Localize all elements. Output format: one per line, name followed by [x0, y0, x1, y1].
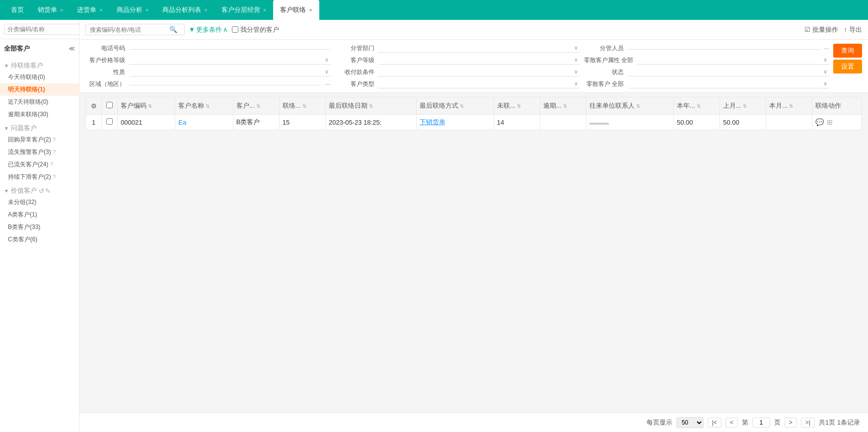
query-button[interactable]: 查询 — [833, 44, 862, 58]
content-area: 🔍 ▼ 更多条件 ∧ 我分管的客户 ☑ 批量操作 ↑ 导出 — [79, 20, 868, 432]
sort-icon-type[interactable]: ⇅ — [256, 103, 260, 109]
sidebar-item-lost[interactable]: 已流失客户(24) ? — [0, 158, 79, 171]
nav-purchase-order[interactable]: 进货单 × — [70, 0, 109, 20]
sidebar-item-declining[interactable]: 持续下滑客户(2) ? — [0, 171, 79, 183]
chevron-down-level: ∨ — [574, 57, 578, 63]
search-icon[interactable]: 🔍 — [169, 26, 177, 33]
per-page-select[interactable]: 50 100 200 — [676, 417, 704, 428]
select-nature[interactable]: ∨ — [129, 68, 331, 76]
refresh-value-icon[interactable]: ↺ — [39, 187, 44, 195]
nav-home[interactable]: 首页 — [4, 0, 31, 20]
filter-col-scatter-attr: 零散客户属性 全部 ∨ — [584, 56, 829, 65]
select-dept[interactable]: ∨ — [378, 44, 580, 53]
nav-close-product-analysis-list[interactable]: × — [204, 7, 207, 13]
sidebar-group-pending: ▼ 待联络客户 — [0, 58, 79, 71]
grid-action-icon[interactable]: ⊞ — [827, 118, 833, 126]
select-status[interactable]: ∨ — [628, 68, 829, 76]
sort-icon-code[interactable]: ⇅ — [148, 103, 152, 109]
nav-product-analysis-list[interactable]: 商品分析列表 × — [155, 0, 214, 20]
sidebar-item-class-b[interactable]: B类客户(33) — [0, 221, 79, 233]
first-page-btn[interactable]: |< — [708, 418, 722, 428]
nav-close-sales-order[interactable]: × — [60, 7, 63, 13]
nav-close-customer-contact[interactable]: × — [309, 7, 312, 13]
edit-value-icon[interactable]: ✎ — [45, 187, 51, 195]
settings-button[interactable]: 设置 — [833, 60, 862, 73]
filter-btn[interactable]: ▼ 更多条件 ∧ — [189, 25, 228, 34]
th-this-year: 本年...⇅ — [674, 97, 720, 115]
last-page-btn[interactable]: >| — [801, 418, 815, 428]
row-checkbox[interactable] — [106, 118, 113, 125]
select-scatter-customer[interactable]: ∨ — [628, 79, 829, 88]
select-payment[interactable]: ∨ — [378, 68, 580, 76]
filter-col-region: 区域（地区） ··· — [85, 80, 331, 88]
sort-icon-overdue[interactable]: ⇅ — [563, 103, 567, 109]
sidebar-item-lost-warning[interactable]: 流失预警客户(3) ? — [0, 146, 79, 158]
dots-person[interactable]: ··· — [823, 44, 829, 52]
nav-customer-tier[interactable]: 客户分层经营 × — [215, 0, 273, 20]
select-scatter-attr[interactable]: ∨ — [637, 56, 829, 65]
sidebar-search-input[interactable] — [4, 24, 79, 35]
batch-operate-btn[interactable]: ☑ 批量操作 — [804, 25, 838, 34]
select-customer-type[interactable]: ∨ — [378, 79, 580, 88]
sort-icon-year[interactable]: ⇅ — [697, 103, 701, 109]
search-input[interactable] — [90, 26, 169, 33]
chat-action-icon[interactable]: 💬 — [815, 118, 824, 126]
sort-icon-method[interactable]: ⇅ — [460, 103, 464, 109]
sidebar-item-overdue[interactable]: 逾期未联络(30) — [0, 108, 79, 121]
sort-icon-contact[interactable]: ⇅ — [302, 103, 306, 109]
input-person[interactable] — [628, 47, 819, 50]
sort-icon-uncontacted[interactable]: ⇅ — [517, 103, 521, 109]
filter-col-person: 分管人员 ··· — [584, 44, 829, 53]
table-row: 1 000021 Ea B类客户 15 2023-05-23 18:25: 下销… — [86, 115, 862, 130]
dots-region[interactable]: ··· — [325, 80, 331, 88]
label-payment: 收付款条件 — [335, 68, 374, 76]
sort-icon-this-month[interactable]: ⇅ — [789, 103, 793, 109]
td-actions: 💬 ⊞ — [812, 115, 862, 130]
table-area: ⚙ 客户编码⇅ 客户名称⇅ 客户...⇅ 联络...⇅ 最后联络日期⇅ 最后联络… — [79, 93, 868, 413]
batch-icon: ☑ — [804, 26, 810, 33]
th-last-contact-method: 最后联络方式⇅ — [416, 97, 494, 115]
select-price-level[interactable]: ∨ — [129, 56, 331, 65]
td-this-year: 50.00 — [674, 115, 720, 130]
nav-sales-order[interactable]: 销货单 × — [31, 0, 70, 20]
sidebar-all-customers[interactable]: 全部客户 ≪ — [4, 42, 75, 55]
sidebar-item-class-a[interactable]: A类客户(1) — [0, 209, 79, 221]
prev-page-btn[interactable]: < — [725, 418, 738, 428]
sort-icon-unit[interactable]: ⇅ — [636, 103, 640, 109]
sidebar-item-class-c[interactable]: C类客户(6) — [0, 233, 79, 246]
nav-close-product-analysis[interactable]: × — [145, 7, 148, 13]
td-code: 000021 — [118, 115, 175, 130]
select-all-checkbox[interactable] — [106, 102, 113, 108]
th-checkbox[interactable] — [102, 97, 118, 115]
next-page-btn[interactable]: > — [785, 418, 797, 428]
sidebar-search-area: 🔍 — [0, 20, 79, 39]
sidebar-item-tomorrow[interactable]: 明天待联络(1) — [0, 83, 79, 96]
input-region[interactable] — [129, 83, 321, 85]
nav-close-purchase-order[interactable]: × — [99, 7, 102, 13]
sort-icon-last-month[interactable]: ⇅ — [743, 103, 747, 109]
select-customer-level[interactable]: ∨ — [378, 56, 580, 65]
td-overdue — [540, 115, 586, 130]
my-customers-checkbox[interactable] — [232, 26, 238, 33]
sidebar-item-ungrouped[interactable]: 未分组(32) — [0, 196, 79, 209]
sidebar-item-7days[interactable]: 近7天待联络(0) — [0, 96, 79, 108]
page-input[interactable] — [752, 418, 770, 428]
sort-icon-date[interactable]: ⇅ — [369, 103, 373, 109]
nav-customer-contact[interactable]: 客户联络 × — [273, 0, 319, 20]
td-customer-type: B类客户 — [233, 115, 279, 130]
nav-product-analysis[interactable]: 商品分析 × — [110, 0, 155, 20]
export-btn[interactable]: ↑ 导出 — [844, 25, 863, 34]
th-settings[interactable]: ⚙ — [86, 97, 102, 115]
sidebar-group-problem: ▼ 问题客户 — [0, 121, 79, 134]
td-uncontacted: 14 — [494, 115, 540, 130]
nav-close-customer-tier[interactable]: × — [263, 7, 266, 13]
sidebar-item-abnormal-repurchase[interactable]: 回购异常客户(2) ? — [0, 134, 79, 146]
chevron-down-dept: ∨ — [574, 45, 578, 51]
chevron-down-scatter2: ∨ — [823, 80, 827, 87]
sidebar-item-today[interactable]: 今天待联络(0) — [0, 71, 79, 83]
method-link[interactable]: 下销货单 — [420, 118, 445, 126]
sort-icon-name[interactable]: ⇅ — [206, 103, 210, 109]
input-phone[interactable] — [129, 47, 331, 50]
my-customers-checkbox-label[interactable]: 我分管的客户 — [232, 25, 279, 34]
td-checkbox[interactable] — [102, 115, 118, 130]
